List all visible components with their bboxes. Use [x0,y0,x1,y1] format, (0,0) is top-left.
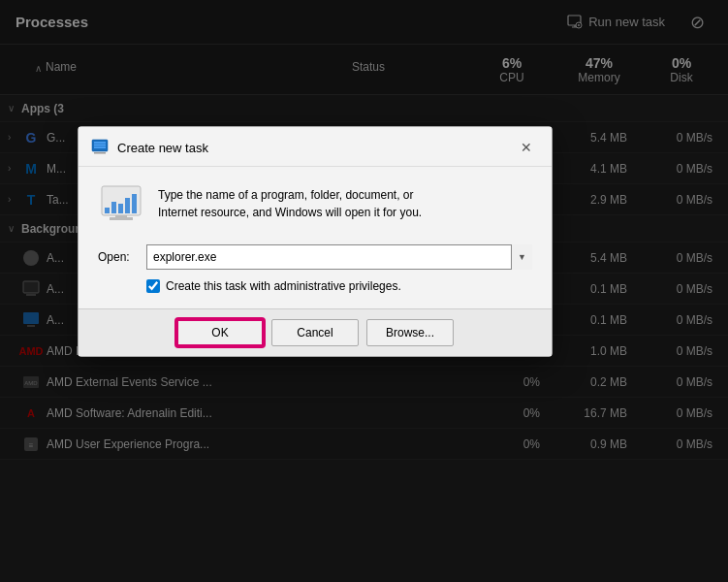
dialog-app-icon [90,138,110,157]
svg-rect-23 [110,217,133,220]
dialog-close-button[interactable]: ✕ [513,137,540,158]
admin-privileges-checkbox[interactable] [146,279,160,293]
dialog-input-wrapper: ▼ [146,244,532,270]
open-input[interactable] [146,244,532,270]
svg-rect-17 [105,208,110,213]
ok-button[interactable]: OK [176,319,264,346]
svg-rect-12 [94,152,106,154]
admin-privileges-label: Create this task with administrative pri… [166,279,401,293]
dialog-titlebar: Create new task ✕ [79,127,552,167]
create-task-dialog: Create new task ✕ [78,126,553,357]
svg-rect-20 [125,198,130,213]
svg-rect-18 [111,202,116,213]
dialog-description: Type the name of a program, folder, docu… [158,182,422,221]
svg-rect-22 [115,215,127,217]
task-manager: Processes Run new task ⊘ ∧ Name Status 6… [0,0,728,582]
dialog-title: Create new task [117,141,513,155]
dialog-footer: OK Cancel Browse... [79,308,552,356]
modal-overlay: Create new task ✕ [0,0,728,582]
dialog-top-section: Type the name of a program, folder, docu… [98,182,532,229]
dialog-open-row: Open: ▼ [98,244,532,270]
open-label: Open: [98,250,139,264]
admin-privileges-row: Create this task with administrative pri… [98,279,532,293]
cancel-button[interactable]: Cancel [271,319,359,346]
browse-button[interactable]: Browse... [366,319,454,346]
dialog-body: Type the name of a program, folder, docu… [79,167,552,308]
dialog-illustration-icon [98,182,144,229]
svg-rect-21 [132,194,137,213]
svg-rect-19 [118,204,123,213]
dropdown-arrow-icon[interactable]: ▼ [511,244,532,270]
